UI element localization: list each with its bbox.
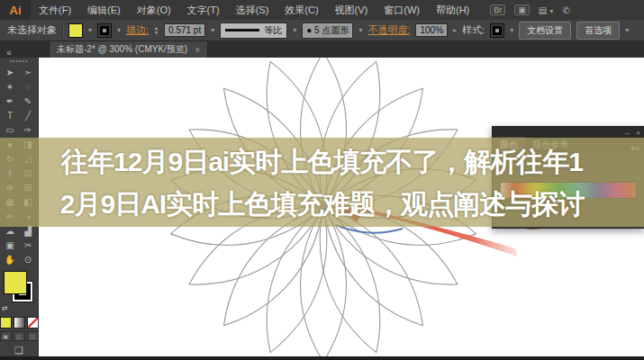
fill-indicator[interactable] — [4, 271, 27, 294]
color-mode-buttons — [0, 317, 39, 328]
style-label: 样式: — [462, 23, 485, 37]
workspace-icon: ▤ — [539, 5, 547, 15]
style-dropdown-icon[interactable]: ▾ — [510, 26, 513, 34]
profile-dropdown-icon[interactable]: ▾ — [293, 26, 296, 34]
collapse-panels-icon[interactable]: « — [0, 48, 18, 58]
opacity-field[interactable]: 100% — [415, 23, 448, 37]
width-profile-select[interactable]: 等比 — [220, 22, 287, 39]
panel-grip[interactable]: •••••• — [10, 58, 29, 65]
draw-mode-0[interactable]: ▣ — [0, 331, 12, 341]
illustrator-window: Ai 文件(F) 编辑(E) 对象(O) 文字(T) 选择(S) 效果(C) 视… — [0, 0, 644, 360]
step-down-icon[interactable]: ▼ — [154, 31, 159, 35]
line-segment-tool[interactable]: ╱ — [19, 108, 37, 122]
menu-help[interactable]: 帮助(H) — [428, 4, 477, 17]
artboard-tool[interactable]: ▣ — [1, 238, 19, 252]
profile-label: 等比 — [264, 24, 282, 37]
bridge-icon[interactable]: Br — [490, 4, 505, 15]
caption-line-1: 往年12月9日ai实时上色填充不了，解析往年1 — [61, 140, 583, 183]
selection-tool[interactable]: ➤ — [1, 65, 19, 79]
caption-overlay: 往年12月9日ai实时上色填充不了，解析往年1 2月9日AI实时上色填充难题，观… — [0, 138, 644, 227]
cs-live-icon[interactable]: ✆ — [562, 5, 569, 15]
close-tab-icon[interactable]: × — [195, 45, 200, 55]
draw-mode-2[interactable]: ◳ — [27, 331, 39, 341]
paintbrush-tool[interactable]: ✑ — [19, 122, 37, 137]
stroke-color-swatch[interactable] — [97, 23, 112, 38]
menu-type[interactable]: 文字(T) — [179, 4, 228, 17]
menu-object[interactable]: 对象(O) — [129, 4, 179, 17]
pencil-tool[interactable]: ✎ — [19, 94, 37, 108]
stroke-width-dropdown-icon[interactable]: ▾ — [211, 26, 214, 34]
document-tab[interactable]: 未标题-2* @ 300% (CMYK/预览) × — [49, 40, 208, 58]
menu-bar: Ai 文件(F) 编辑(E) 对象(O) 文字(T) 选择(S) 效果(C) 视… — [0, 0, 644, 21]
opacity-link[interactable]: 不透明度: — [367, 23, 410, 37]
menu-view[interactable]: 视图(V) — [327, 4, 376, 17]
profile-line-icon — [225, 29, 259, 32]
drawing-mode-buttons: ▣◱◳ — [0, 331, 39, 341]
panel-options-icon[interactable]: ▾ — [625, 26, 629, 34]
caption-line-2: 2月9日AI实时上色填充难题，观点阐述与探讨 — [60, 183, 584, 225]
brush-dropdown-icon[interactable]: ▾ — [358, 26, 362, 34]
app-logo: Ai — [0, 0, 31, 20]
menu-select[interactable]: 选择(S) — [228, 4, 277, 17]
opacity-arrow-icon[interactable]: ▸ — [453, 26, 457, 34]
menu-effect[interactable]: 效果(C) — [277, 4, 326, 17]
document-setup-button[interactable]: 文档设置 — [519, 22, 571, 40]
panel-collapse-icon[interactable]: ↔ — [623, 129, 630, 137]
style-swatch[interactable] — [490, 23, 504, 38]
stroke-width-stepper[interactable]: ▲ ▼ — [154, 26, 159, 35]
stroke-dropdown-icon[interactable]: ▾ — [117, 26, 121, 34]
brush-dot-icon: ● — [306, 25, 312, 35]
lasso-tool[interactable]: ◌ — [19, 79, 37, 94]
menu-file[interactable]: 文件(F) — [31, 4, 79, 17]
document-title: 未标题-2* @ 300% (CMYK/预览) — [57, 43, 187, 56]
color-button[interactable] — [0, 317, 12, 328]
type-tool[interactable]: T — [1, 108, 19, 122]
none-button[interactable] — [27, 317, 39, 328]
menu-window[interactable]: 窗口(W) — [376, 4, 428, 17]
hand-tool[interactable]: ✋ — [1, 252, 19, 266]
slice-tool[interactable]: ✂ — [19, 238, 37, 252]
screen-mode-button[interactable]: ❏ — [14, 345, 23, 356]
draw-mode-1[interactable]: ◱ — [14, 331, 25, 341]
menu-edit[interactable]: 编辑(E) — [79, 4, 129, 17]
preferences-button[interactable]: 首选项 — [576, 22, 620, 40]
chevron-down-icon: ▾ — [549, 7, 553, 15]
stroke-width-field[interactable]: 0.571 pt — [164, 23, 205, 37]
separator — [62, 23, 63, 38]
stroke-panel-link[interactable]: 描边: — [126, 23, 149, 37]
document-tab-bar: « 未标题-2* @ 300% (CMYK/预览) × — [0, 41, 644, 58]
arrange-documents-icon[interactable]: ▣ — [514, 4, 530, 15]
rectangle-tool[interactable]: ▭ — [1, 122, 19, 137]
panel-close-icon[interactable]: × — [636, 129, 640, 137]
brush-select[interactable]: ● 5 点圆形 — [302, 22, 353, 39]
direct-selection-tool[interactable]: ➣ — [19, 65, 37, 79]
gradient-button[interactable] — [14, 317, 25, 328]
pen-tool[interactable]: ✒ — [1, 94, 19, 108]
fill-dropdown-icon[interactable]: ▾ — [88, 26, 92, 34]
zoom-tool[interactable]: ⊙ — [19, 252, 37, 266]
control-bar: 未选择对象 ▾ ▾ 描边: ▲ ▼ 0.571 pt ▾ 等比 ▾ ● 5 点圆… — [0, 20, 644, 41]
fill-stroke-indicator: ⇄ — [0, 269, 38, 314]
magic-wand-tool[interactable]: ✶ — [1, 79, 19, 94]
workspace-switcher[interactable]: ▤ ▾ — [539, 4, 554, 15]
brush-label: 5 点圆形 — [314, 25, 349, 35]
swap-fill-stroke-icon[interactable]: ⇄ — [2, 304, 8, 312]
window-bottom-edge — [0, 356, 644, 360]
selection-status: 未选择对象 — [7, 23, 57, 37]
fill-color-swatch[interactable] — [68, 23, 83, 38]
